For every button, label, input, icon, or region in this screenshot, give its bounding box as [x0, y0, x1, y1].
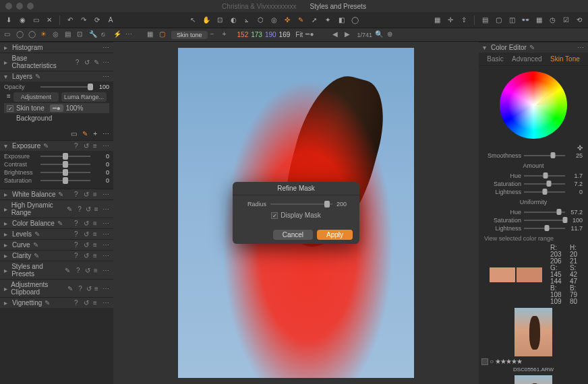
- output-icon[interactable]: ⎋: [101, 30, 111, 40]
- view-icon[interactable]: ▢: [494, 15, 503, 25]
- browse-icon[interactable]: ▤: [480, 15, 490, 25]
- straighten-icon[interactable]: ⦛: [242, 15, 252, 25]
- keystone-icon[interactable]: ⬡: [256, 15, 265, 25]
- quick-icon[interactable]: ⚡: [113, 30, 123, 40]
- zoom-slider-icon[interactable]: ━●: [305, 30, 315, 40]
- tab-basic[interactable]: Basic: [487, 55, 503, 63]
- eyedropper-icon[interactable]: ✜: [577, 144, 583, 152]
- circle2-icon[interactable]: ◯: [28, 30, 38, 40]
- wrench-icon[interactable]: 🔧: [89, 30, 98, 40]
- prev-icon[interactable]: ◀: [332, 30, 342, 40]
- single-view-icon[interactable]: ▢: [159, 30, 169, 40]
- search-icon[interactable]: 🔍: [375, 30, 384, 40]
- apply-button[interactable]: Apply: [317, 230, 353, 240]
- filter-icon[interactable]: ⊕: [387, 30, 396, 40]
- more-icon[interactable]: ⋯: [125, 30, 135, 40]
- fit-label[interactable]: Fit: [295, 31, 303, 38]
- white-balance-panel-header[interactable]: ▸White Balance✎?↺≡⋯: [0, 189, 113, 199]
- undo-icon[interactable]: ↶: [65, 15, 75, 25]
- import-icon[interactable]: ⬇: [4, 15, 13, 25]
- styles-and-presets-panel-header[interactable]: ▸Styles and Presets✎?↺≡⋯: [0, 261, 113, 279]
- folder-icon[interactable]: ▭: [31, 15, 40, 25]
- rotate-crop-icon[interactable]: ◐: [229, 15, 238, 25]
- smoothness-slider[interactable]: [524, 155, 565, 156]
- circle1-icon[interactable]: ◯: [16, 30, 26, 40]
- rotate-icon[interactable]: ⟳: [92, 15, 102, 25]
- luma-range-button[interactable]: Luma Range...: [61, 92, 107, 102]
- adjustments-clipboard-panel-header[interactable]: ▸Adjustments Clipboard✎?↺≡⋯: [0, 279, 113, 297]
- picker-icon[interactable]: ✛: [446, 15, 455, 25]
- clock-icon[interactable]: ◷: [548, 15, 557, 25]
- close-icon[interactable]: ✕: [45, 15, 54, 25]
- uniformity-rows-hue-slider[interactable]: [524, 212, 565, 213]
- crop2-icon[interactable]: ⊡: [77, 30, 86, 40]
- layer-pen-icon[interactable]: ✎: [82, 130, 88, 137]
- tab-skin-tone[interactable]: Skin Tone: [550, 55, 580, 63]
- wand-icon[interactable]: ✦: [323, 15, 332, 25]
- thumbnail[interactable]: 4K1○★★★★★DSC05562.ARW: [481, 375, 585, 384]
- adjustment-dropdown[interactable]: Adjustment: [13, 92, 59, 102]
- glasses-icon[interactable]: 👓: [521, 15, 530, 25]
- layer-background[interactable]: Background: [4, 113, 109, 123]
- spot-icon[interactable]: ◎: [269, 15, 278, 25]
- saturation-slider[interactable]: [40, 180, 90, 181]
- high-dynamic-range-panel-header[interactable]: ▸High Dynamic Range✎?↺≡⋯: [0, 199, 113, 218]
- layer-visible-checkbox[interactable]: [7, 105, 13, 112]
- compare-icon[interactable]: ◫: [507, 15, 517, 25]
- layer-skin-tone[interactable]: Skin tone━●100%: [4, 103, 109, 113]
- next-icon[interactable]: ▶: [345, 30, 354, 40]
- hand-icon[interactable]: ✋: [202, 15, 211, 25]
- library-icon[interactable]: ▭: [4, 30, 13, 40]
- uniformity-rows-lightness-slider[interactable]: [524, 228, 565, 229]
- display-mask-checkbox[interactable]: [271, 212, 278, 219]
- ellipse-icon[interactable]: ◯: [350, 15, 359, 25]
- color-wheel[interactable]: [500, 71, 567, 139]
- thumbnail[interactable]: 4K1○★★★★★DSC05561.ARW: [481, 308, 585, 373]
- gradient-icon[interactable]: ◧: [336, 15, 346, 25]
- contrast-slider[interactable]: [40, 164, 90, 165]
- layer-minus-icon[interactable]: −: [210, 30, 220, 40]
- uniformity-rows-saturation-slider[interactable]: [524, 220, 565, 221]
- exposure-panel-header[interactable]: ▾Exposure✎?↺≡⋯: [0, 140, 113, 151]
- brightness-slider[interactable]: [40, 172, 90, 173]
- amount-rows-hue-slider[interactable]: [524, 175, 565, 177]
- amount-rows-saturation-slider[interactable]: [524, 183, 565, 185]
- rotate-view-icon[interactable]: ⟲: [575, 15, 584, 25]
- radius-slider[interactable]: [270, 203, 332, 205]
- grid-view-icon[interactable]: ▦: [147, 30, 156, 40]
- clarity-panel-header[interactable]: ▸Clarity✎?↺≡⋯: [0, 250, 113, 261]
- layers-panel-header[interactable]: ▾Layers✎⋯: [0, 71, 113, 82]
- grid-icon[interactable]: ▦: [432, 15, 442, 25]
- tab-advanced[interactable]: Advanced: [512, 55, 541, 63]
- histogram-panel-header[interactable]: ▸Histogram⋯: [0, 42, 113, 53]
- proof-icon[interactable]: ☑: [561, 15, 570, 25]
- adjust-icon[interactable]: ☀: [40, 30, 50, 40]
- layer-more-icon[interactable]: ⋯: [102, 130, 109, 137]
- layer-selector[interactable]: Skin tone: [171, 31, 208, 39]
- export-icon[interactable]: ⇪: [459, 15, 469, 25]
- heal-icon[interactable]: ✜: [283, 15, 292, 25]
- crop-icon[interactable]: ⊡: [215, 15, 225, 25]
- arrow-icon[interactable]: ➚: [310, 15, 319, 25]
- layer-add-icon[interactable]: +: [93, 130, 97, 137]
- layer-mask-icon[interactable]: ▭: [71, 130, 77, 137]
- color-balance-panel-header[interactable]: ▸Color Balance✎?↺≡⋯: [0, 218, 113, 228]
- viewer[interactable]: Refine Mask Radius200 Display Mask Cance…: [113, 42, 479, 384]
- pen-icon[interactable]: ✎: [296, 15, 305, 25]
- grid2-icon[interactable]: ▦: [534, 15, 543, 25]
- cursor-icon[interactable]: ↖: [188, 15, 198, 25]
- opacity-slider[interactable]: [40, 86, 90, 88]
- meta-icon[interactable]: ▤: [65, 30, 74, 40]
- text-icon[interactable]: A: [106, 15, 115, 25]
- lens-icon[interactable]: ◎: [53, 30, 62, 40]
- layer-plus-icon[interactable]: +: [223, 30, 232, 40]
- cancel-button[interactable]: Cancel: [273, 230, 313, 240]
- window-controls[interactable]: [0, 3, 34, 9]
- vignetting-panel-header[interactable]: ▸Vignetting✎?↺≡⋯: [0, 297, 113, 308]
- base-panel-header[interactable]: ▸Base Characteristics?↺✎⋯: [0, 53, 113, 71]
- redo-icon[interactable]: ↷: [79, 15, 88, 25]
- camera-icon[interactable]: ◉: [18, 15, 27, 25]
- amount-rows-lightness-slider[interactable]: [524, 191, 565, 193]
- curve-panel-header[interactable]: ▸Curve✎?↺≡⋯: [0, 239, 113, 250]
- levels-panel-header[interactable]: ▸Levels✎?↺≡⋯: [0, 228, 113, 239]
